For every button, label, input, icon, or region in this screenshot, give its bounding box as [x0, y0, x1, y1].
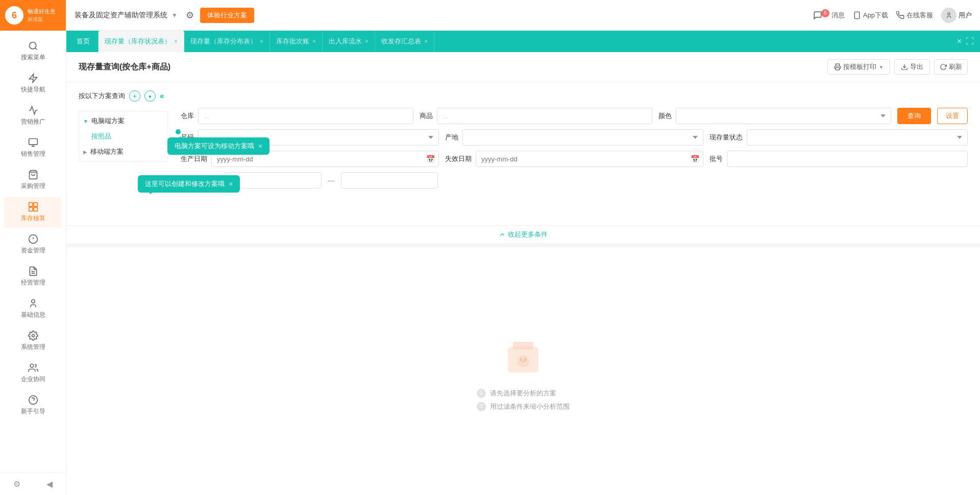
system-dropdown-arrow: ▼ — [172, 12, 178, 19]
empty-tips: ① 请先选择要分析的方案 ② 用过滤条件来缩小分析范围 — [477, 389, 570, 411]
print-btn[interactable]: 按模板打印 ▼ — [827, 59, 890, 75]
batch-no-input[interactable] — [727, 151, 968, 167]
topbar-right: 6 消息 App下载 在线客服 用户 — [813, 8, 972, 23]
tooltip1-close-btn[interactable]: × — [258, 142, 262, 150]
sidebar-item-quick-nav[interactable]: 快捷导航 — [4, 68, 62, 99]
lightning-icon — [28, 73, 38, 83]
filter-color-field: 颜色 — [658, 108, 891, 124]
prod-date-calendar-icon[interactable]: 📅 — [426, 155, 435, 163]
online-service-btn[interactable]: 在线客服 — [896, 11, 933, 20]
empty-state: ① 请先选择要分析的方案 ② 用过滤条件来缩小分析范围 — [66, 247, 980, 495]
service-icon — [896, 11, 904, 19]
sales-icon — [28, 137, 38, 148]
sidebar-item-system[interactable]: 系统管理 — [4, 325, 62, 357]
export-btn[interactable]: 导出 — [894, 59, 930, 75]
svg-rect-9 — [29, 207, 33, 211]
sidebar-item-basic-info[interactable]: 基础信息 — [4, 293, 62, 324]
inv-main-input-to[interactable] — [341, 172, 438, 188]
goods-label: 商品 — [420, 111, 433, 121]
sidebar-item-search-menu[interactable]: 搜索菜单 — [4, 36, 62, 67]
tree-arrow-desktop: ▼ — [83, 119, 88, 124]
range-separator: — — [326, 176, 337, 184]
print-icon — [834, 63, 841, 70]
app-download-btn[interactable]: App下载 — [853, 11, 888, 20]
tooltip2-close-btn[interactable]: × — [229, 180, 233, 188]
filter-tree-panel: ▼ 电脑端方案 按照品 ▶ 移动端方案 — [79, 111, 168, 162]
color-select[interactable] — [676, 108, 891, 124]
inventory-icon — [28, 202, 38, 212]
tree-item-mobile[interactable]: ▶ 移动端方案 — [79, 144, 167, 159]
add-filter-btn[interactable]: + — [129, 90, 140, 102]
tab-batch-ledger[interactable]: 库存批次账 × — [270, 31, 323, 52]
warehouse-input[interactable]: ... — [198, 108, 413, 124]
tab-inventory-dist[interactable]: 现存量（库存分布表） × — [184, 31, 270, 52]
batch-no-label: 批号 — [709, 154, 723, 163]
tooltip-desktop-scheme: 电脑方案可设为移动方案哦 × — [167, 137, 270, 155]
message-btn[interactable]: 6 消息 — [813, 11, 845, 20]
edit-filter-btn[interactable]: ● — [144, 90, 156, 102]
filter-batch-no-field: 批号 — [709, 151, 968, 167]
system-icon — [28, 331, 38, 341]
svg-point-18 — [30, 364, 34, 368]
expiry-date-input[interactable] — [476, 151, 703, 167]
sidebar-footer: ⚙ ◀ — [0, 473, 66, 495]
tab-home[interactable]: 首页 — [68, 31, 99, 52]
user-menu[interactable]: 用户 — [941, 8, 972, 23]
filter-origin-field: 产地 — [445, 129, 703, 146]
inv-status-select[interactable] — [747, 129, 968, 146]
page-title: 现存量查询(按仓库+商品) — [79, 62, 170, 80]
tab-close-batch-ledger[interactable]: × — [312, 38, 316, 45]
app-download-icon — [853, 11, 861, 19]
trial-btn[interactable]: 体验行业方案 — [200, 8, 254, 23]
tab-close-inventory-dist[interactable]: × — [260, 38, 263, 45]
tree-item-by-goods[interactable]: 按照品 — [79, 129, 167, 144]
svg-point-17 — [32, 335, 34, 337]
guide-icon — [28, 395, 38, 405]
sidebar-item-marketing[interactable]: 营销推广 — [4, 100, 62, 131]
logo-text: 畅通好生意 标准版 — [28, 8, 56, 22]
tree-arrow-mobile: ▶ — [83, 149, 87, 155]
svg-point-23 — [948, 12, 950, 15]
collapse-area: 收起更多条件 — [66, 225, 980, 243]
goods-input[interactable]: ... — [437, 108, 652, 124]
sidebar-item-enterprise[interactable]: 企业协同 — [4, 358, 62, 389]
filter-row-4: 现存量（主） — — [181, 172, 968, 188]
refresh-icon — [940, 63, 947, 70]
reset-btn[interactable]: 设置 — [937, 108, 968, 124]
expiry-date-calendar-icon[interactable]: 📅 — [691, 155, 699, 163]
svg-rect-8 — [33, 203, 37, 207]
collapse-btn[interactable]: 收起更多条件 — [499, 230, 548, 239]
svg-rect-21 — [854, 12, 859, 18]
settings-footer-btn[interactable]: ⚙ — [13, 479, 20, 489]
tab-close-in-out-flow[interactable]: × — [365, 38, 369, 45]
tab-close-receive-summary[interactable]: × — [424, 38, 428, 45]
sidebar-item-finance[interactable]: 资金管理 — [4, 229, 62, 260]
sidebar-item-inventory[interactable]: 库存核算 — [4, 197, 62, 228]
filter-row-2: 尺码 产地 现存量状态 — [181, 129, 968, 146]
tab-close-all-btn[interactable]: × — [957, 37, 962, 46]
tab-inventory-status[interactable]: 现存量（库存状况表） × — [99, 31, 184, 52]
tab-fullscreen-btn[interactable]: ⛶ — [966, 37, 974, 46]
collapse-sidebar-btn[interactable]: ◀ — [46, 479, 53, 489]
topbar-settings-btn[interactable]: ⚙ — [186, 10, 194, 21]
tab-close-inventory-status[interactable]: × — [174, 38, 178, 45]
tab-receive-summary[interactable]: 收发存汇总表 × — [375, 31, 434, 52]
tabbar: 首页 现存量（库存状况表） × 现存量（库存分布表） × 库存批次账 × 出入库… — [66, 31, 980, 52]
sidebar-item-guide[interactable]: 新手引导 — [4, 390, 62, 421]
origin-select[interactable] — [462, 129, 703, 146]
logo-icon: 6 — [5, 6, 23, 25]
sidebar-item-purchase[interactable]: 采购管理 — [4, 164, 62, 196]
back-arrow-btn[interactable]: « — [160, 91, 164, 101]
search-icon — [28, 41, 38, 51]
tree-item-desktop[interactable]: ▼ 电脑端方案 — [79, 113, 167, 129]
sidebar-item-sales[interactable]: 销售管理 — [4, 132, 62, 163]
sidebar-item-operations[interactable]: 经营管理 — [4, 261, 62, 292]
sidebar: 6 畅通好生意 标准版 搜索菜单 快捷导航 营销推广 销售管理 采购管理 — [0, 0, 66, 495]
page-header: 现存量查询(按仓库+商品) 按模板打印 ▼ 导出 刷新 — [66, 52, 980, 82]
tooltip-create-scheme: 这里可以创建和修改方案哦 × — [138, 175, 240, 193]
refresh-btn[interactable]: 刷新 — [934, 59, 968, 75]
filter-fields: 仓库 ... 商品 ... 颜色 — [181, 108, 968, 188]
tab-in-out-flow[interactable]: 出入库流水 × — [323, 31, 375, 52]
search-btn[interactable]: 查询 — [897, 108, 931, 124]
system-selector[interactable]: 装备及固定资产辅助管理系统 ▼ — [75, 11, 178, 20]
